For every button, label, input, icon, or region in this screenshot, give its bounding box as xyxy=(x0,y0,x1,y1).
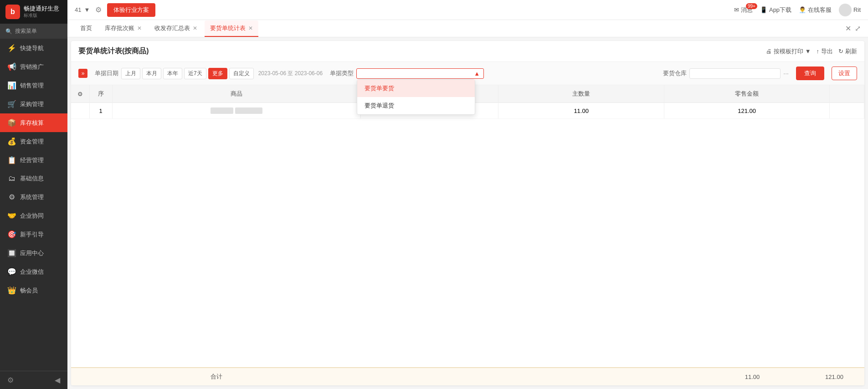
sidebar-item-member[interactable]: 👑 畅会员 xyxy=(0,281,67,300)
sidebar-item-label: 企业协同 xyxy=(20,212,44,220)
sidebar-item-basic[interactable]: 🗂 基础信息 xyxy=(0,169,67,188)
maximize-tabs-btn[interactable]: ⤢ xyxy=(855,24,861,33)
sidebar-item-operation[interactable]: 📋 经营管理 xyxy=(0,151,67,169)
online-service-label: 在线客服 xyxy=(808,6,832,14)
tab-close-icon[interactable]: ✕ xyxy=(248,25,253,31)
export-btn[interactable]: ↑ 导出 xyxy=(817,47,833,56)
query-btn[interactable]: 查询 xyxy=(796,67,824,80)
summary-amount: 121.00 xyxy=(812,374,857,380)
cell-settings xyxy=(71,103,89,119)
app-download-label: App下载 xyxy=(769,6,791,14)
sidebar-item-label: 企业微信 xyxy=(20,268,44,276)
store-selector[interactable]: 41 ▼ xyxy=(75,6,90,13)
app-version: 标准版 xyxy=(24,12,59,19)
sidebar-item-quick-nav[interactable]: ⚡ 快捷导航 xyxy=(0,39,67,57)
date-filter-group: 单据日期 上月 本月 本年 近7天 更多 自定义 2023-05-06 至 20… xyxy=(95,68,323,79)
warehouse-input[interactable] xyxy=(689,68,781,79)
col-num-header: 序 xyxy=(89,85,112,103)
expand-icon: » xyxy=(82,70,85,77)
more-date-btn[interactable]: 更多 xyxy=(208,68,227,79)
app-download-btn[interactable]: 📱 App下载 xyxy=(760,6,791,14)
last-month-btn[interactable]: 上月 xyxy=(121,68,140,79)
goods-code-placeholder xyxy=(211,107,233,114)
doc-type-input[interactable] xyxy=(360,70,474,77)
date-label: 单据日期 xyxy=(95,69,118,77)
print-icon: 🖨 xyxy=(766,48,772,55)
tabs-actions: ✕ ⤢ xyxy=(845,24,861,33)
sidebar-item-enterprise[interactable]: 🤝 企业协同 xyxy=(0,206,67,225)
trial-btn[interactable]: 体验行业方案 xyxy=(107,3,155,17)
sidebar-item-system[interactable]: ⚙ 系统管理 xyxy=(0,188,67,206)
search-menu[interactable]: 🔍 搜索菜单 xyxy=(0,24,67,39)
col-settings-header[interactable]: ⚙ xyxy=(71,85,89,103)
this-month-btn[interactable]: 本月 xyxy=(142,68,161,79)
sidebar-item-label: 基础信息 xyxy=(20,174,44,183)
messages-badge: 99+ xyxy=(746,3,757,9)
sidebar-item-label: 快捷导航 xyxy=(20,44,44,52)
dropdown-item-require-return[interactable]: 要货单退货 xyxy=(357,97,475,114)
sidebar-item-appstore[interactable]: 🔲 应用中心 xyxy=(0,244,67,262)
refresh-btn-label: 刷新 xyxy=(845,47,857,56)
sidebar-settings-btn[interactable]: ⚙ xyxy=(7,376,14,384)
doc-type-dropdown: 要货单要货 要货单退货 xyxy=(357,79,475,115)
doc-type-arrow-icon[interactable]: ▲ xyxy=(474,70,480,77)
refresh-btn[interactable]: ↻ 刷新 xyxy=(838,47,857,56)
more-options-icon[interactable]: ··· xyxy=(783,70,789,77)
tab-batch-account[interactable]: 库存批次账 ✕ xyxy=(99,20,147,37)
header-settings-icon[interactable]: ⚙ xyxy=(95,5,102,14)
col-extra-header xyxy=(830,85,864,103)
tab-home[interactable]: 首页 xyxy=(75,20,98,37)
sidebar-collapse-btn[interactable]: ◀ xyxy=(55,376,60,384)
service-icon: 👨‍💼 xyxy=(799,6,806,13)
date-buttons: 上月 本月 本年 近7天 更多 自定义 xyxy=(121,68,254,79)
goods-info xyxy=(118,107,355,114)
last-7-days-btn[interactable]: 近7天 xyxy=(184,68,206,79)
dropdown-item-require-goods[interactable]: 要货单要货 xyxy=(357,80,475,97)
sidebar-item-finance[interactable]: 💰 资金管理 xyxy=(0,132,67,151)
filter-expand-btn[interactable]: » xyxy=(78,69,87,78)
header-left: 41 ▼ ⚙ 体验行业方案 xyxy=(75,3,155,17)
sidebar-item-marketing[interactable]: 📢 营销推广 xyxy=(0,57,67,76)
sidebar-item-guide[interactable]: 🎯 新手引导 xyxy=(0,225,67,244)
main-content: 41 ▼ ⚙ 体验行业方案 ✉ 消息 99+ 📱 App下载 👨‍💼 在线客服 xyxy=(67,0,868,389)
page-actions: 🖨 按模板打印 ▼ ↑ 导出 ↻ 刷新 xyxy=(766,47,857,56)
tab-close-icon[interactable]: ✕ xyxy=(137,25,142,31)
sidebar-item-inventory[interactable]: 📦 库存核算 xyxy=(0,113,67,132)
finance-icon: 💰 xyxy=(7,137,16,146)
marketing-icon: 📢 xyxy=(7,62,16,71)
enterprise-icon: 🤝 xyxy=(7,211,16,220)
store-name: 41 xyxy=(75,6,81,13)
sidebar-item-purchase[interactable]: 🛒 采购管理 xyxy=(0,95,67,113)
header-right: ✉ 消息 99+ 📱 App下载 👨‍💼 在线客服 Rit xyxy=(734,4,861,16)
tab-close-icon[interactable]: ✕ xyxy=(193,25,197,31)
print-btn[interactable]: 🖨 按模板打印 ▼ xyxy=(766,47,811,56)
tab-receive-summary[interactable]: 收发存汇总表 ✕ xyxy=(149,20,203,37)
tab-label: 收发存汇总表 xyxy=(154,24,190,32)
data-table-container: ⚙ 序 商品 主计量单位 主数量 零售金额 1 xyxy=(71,85,864,367)
table-settings-btn[interactable]: 设置 xyxy=(832,67,857,80)
search-menu-label: 搜索菜单 xyxy=(15,27,37,35)
user-menu[interactable]: Rit xyxy=(839,4,861,16)
messages-btn[interactable]: ✉ 消息 99+ xyxy=(734,6,753,14)
logo-icon: b xyxy=(5,5,20,19)
summary-label: 合计 xyxy=(211,373,222,381)
store-dropdown-icon: ▼ xyxy=(84,6,90,13)
operation-icon: 📋 xyxy=(7,156,16,164)
online-service-btn[interactable]: 👨‍💼 在线客服 xyxy=(799,6,832,14)
cell-amount: 121.00 xyxy=(664,103,829,119)
sidebar: b 畅捷通好生意 标准版 🔍 搜索菜单 ⚡ 快捷导航 📢 营销推广 📊 销售管理… xyxy=(0,0,67,389)
user-name: Rit xyxy=(853,6,861,13)
sidebar-item-label: 销售管理 xyxy=(20,82,44,90)
tab-order-stats[interactable]: 要货单统计表 ✕ xyxy=(205,20,258,37)
close-all-tabs-btn[interactable]: ✕ xyxy=(845,24,851,33)
this-year-btn[interactable]: 本年 xyxy=(163,68,182,79)
filter-bar: » 单据日期 上月 本月 本年 近7天 更多 自定义 2023-05-06 至 … xyxy=(71,62,864,85)
message-icon: ✉ xyxy=(734,6,739,13)
doc-type-input-wrapper: ▲ 要货单要货 要货单退货 xyxy=(356,68,484,79)
cell-extra xyxy=(830,103,864,119)
custom-date-btn[interactable]: 自定义 xyxy=(229,68,254,79)
sidebar-item-wechat[interactable]: 💬 企业微信 xyxy=(0,262,67,281)
sidebar-item-sales[interactable]: 📊 销售管理 xyxy=(0,76,67,95)
summary-row: 合计 11.00 121.00 xyxy=(71,367,864,385)
warehouse-label: 要货仓库 xyxy=(663,69,687,77)
